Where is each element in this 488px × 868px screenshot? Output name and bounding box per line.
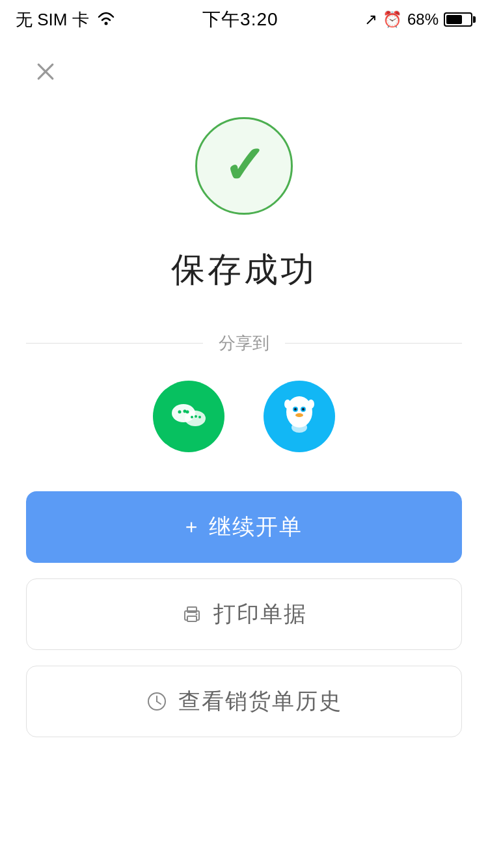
clock-icon bbox=[146, 690, 168, 712]
svg-point-23 bbox=[196, 614, 198, 616]
continue-button[interactable]: + 继续开单 bbox=[26, 491, 462, 563]
svg-point-10 bbox=[198, 416, 201, 418]
share-divider: 分享到 bbox=[26, 332, 462, 355]
svg-point-5 bbox=[178, 410, 181, 413]
qq-share-button[interactable] bbox=[264, 381, 335, 452]
svg-point-8 bbox=[191, 416, 193, 418]
close-button[interactable] bbox=[26, 52, 65, 91]
divider-right bbox=[285, 343, 462, 344]
history-button[interactable]: 查看销货单历史 bbox=[26, 666, 462, 737]
plus-icon: + bbox=[185, 515, 199, 539]
location-icon: ↗ bbox=[364, 10, 377, 29]
share-section: 分享到 bbox=[26, 332, 462, 452]
status-bar: 无 SIM 卡 下午3:20 ↗ ⏰ 68% bbox=[0, 0, 488, 39]
status-time: 下午3:20 bbox=[202, 7, 278, 32]
wifi-icon bbox=[96, 12, 116, 27]
wechat-share-button[interactable] bbox=[153, 381, 224, 452]
svg-point-18 bbox=[284, 400, 291, 409]
carrier-text: 无 SIM 卡 bbox=[16, 8, 89, 31]
status-left: 无 SIM 卡 bbox=[16, 8, 116, 31]
svg-point-9 bbox=[195, 415, 197, 418]
share-label: 分享到 bbox=[203, 332, 285, 355]
checkmark-icon: ✓ bbox=[223, 140, 266, 192]
wechat-icon bbox=[168, 399, 210, 435]
battery-icon bbox=[444, 12, 472, 27]
share-icons bbox=[26, 381, 462, 452]
battery-percent: 68% bbox=[407, 10, 439, 29]
alarm-icon: ⏰ bbox=[383, 10, 402, 29]
success-circle: ✓ bbox=[195, 117, 293, 215]
svg-point-17 bbox=[295, 413, 303, 417]
qq-icon bbox=[280, 394, 319, 439]
printer-icon bbox=[181, 603, 203, 625]
close-icon bbox=[34, 60, 57, 83]
divider-left bbox=[26, 343, 203, 344]
action-buttons: + 继续开单 打印单据 bbox=[26, 491, 462, 737]
svg-point-12 bbox=[291, 422, 307, 433]
battery-fill bbox=[446, 15, 462, 24]
svg-point-15 bbox=[294, 408, 297, 411]
success-area: ✓ 保存成功 bbox=[26, 117, 462, 293]
success-title: 保存成功 bbox=[171, 247, 317, 293]
print-label: 打印单据 bbox=[213, 599, 307, 629]
svg-rect-21 bbox=[187, 616, 197, 621]
svg-point-16 bbox=[302, 408, 305, 411]
svg-line-26 bbox=[157, 701, 161, 704]
status-right: ↗ ⏰ 68% bbox=[364, 10, 472, 29]
history-label: 查看销货单历史 bbox=[178, 686, 342, 716]
print-button[interactable]: 打印单据 bbox=[26, 578, 462, 650]
svg-point-7 bbox=[185, 410, 189, 413]
main-content: ✓ 保存成功 分享到 bbox=[0, 39, 488, 763]
svg-point-0 bbox=[104, 22, 107, 25]
svg-point-19 bbox=[308, 400, 314, 409]
continue-label: 继续开单 bbox=[209, 512, 303, 542]
